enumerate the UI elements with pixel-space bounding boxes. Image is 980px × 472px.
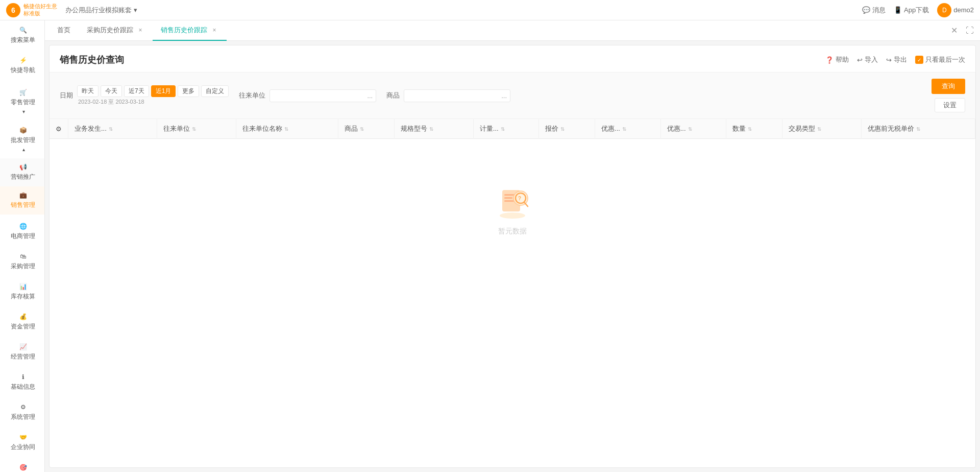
th-pre-tax-price-label: 优惠前无税单价: [868, 124, 914, 133]
wholesale-icon: 📦: [19, 127, 27, 134]
th-discount1-label: 优惠...: [601, 124, 620, 133]
product-input-dots[interactable]: ...: [498, 90, 510, 102]
avatar: D: [937, 3, 951, 17]
sidebar-item-label: 经营管理: [11, 352, 35, 361]
sidebar-item-finance[interactable]: 💰 资金管理: [0, 307, 44, 337]
sort-icon: ⇅: [284, 126, 288, 132]
tab-purchase-label: 采购历史价跟踪: [87, 26, 133, 35]
tab-purchase-close[interactable]: ×: [136, 26, 144, 34]
query-button[interactable]: 查询: [932, 79, 965, 94]
th-quantity[interactable]: 数量⇅: [726, 119, 782, 139]
page-header-actions: ❓ 帮助 ↩ 导入 ↪ 导出 ✓ 只看最后一次: [825, 55, 965, 64]
app-icon: 📱: [894, 6, 902, 14]
sidebar-item-enterprise[interactable]: 🤝 企业协同: [0, 428, 44, 458]
sort-icon: ⇅: [192, 126, 196, 132]
message-icon: 💬: [862, 6, 870, 14]
workspace-selector[interactable]: 办公用品行业模拟账套 ▾: [61, 4, 141, 17]
sidebar-item-operations[interactable]: 📈 经营管理: [0, 337, 44, 367]
sidebar-item-label: 采购管理: [11, 262, 35, 271]
retail-icon: 🛒: [19, 89, 27, 96]
page-content: 销售历史价查询 ❓ 帮助 ↩ 导入 ↪ 导出 ✓: [49, 45, 976, 468]
tab-sales-label: 销售历史价跟踪: [161, 26, 207, 35]
sidebar-item-shortcuts[interactable]: ⚡ 快捷导航: [0, 51, 44, 81]
th-spec[interactable]: 规格型号⇅: [394, 119, 473, 139]
settings-icon: ⚙: [56, 125, 62, 133]
th-partner-name[interactable]: 往来单位名称⇅: [236, 119, 338, 139]
top-bar: 6 畅捷信好生意 标准版 办公用品行业模拟账套 ▾ 💬 消息 📱 App下载 D…: [0, 0, 980, 20]
export-action[interactable]: ↪ 导出: [886, 55, 907, 64]
th-biz-date[interactable]: 业务发生...⇅: [68, 119, 157, 139]
th-partner-code-label: 往来单位: [163, 124, 190, 133]
sort-icon: ⇅: [501, 126, 505, 132]
sidebar-item-purchase[interactable]: 🛍 采购管理: [0, 247, 44, 277]
help-action[interactable]: ❓ 帮助: [825, 55, 849, 64]
tab-purchase-history[interactable]: 采购历史价跟踪 ×: [79, 20, 153, 41]
tab-sales-close[interactable]: ×: [210, 26, 218, 34]
th-unit[interactable]: 计量...⇅: [473, 119, 539, 139]
th-discount1[interactable]: 优惠...⇅: [595, 119, 661, 139]
sidebar-item-search[interactable]: 🔍 搜索菜单: [0, 20, 44, 51]
empty-state: ? 暂元数据: [50, 139, 975, 277]
lightning-icon: ⚡: [19, 57, 27, 64]
chevron-icon: ▾: [22, 109, 25, 114]
date-btn-today[interactable]: 今天: [101, 85, 122, 97]
date-btn-custom[interactable]: 自定义: [201, 85, 229, 97]
only-last-checkbox[interactable]: ✓ 只看最后一次: [915, 55, 965, 64]
th-quote[interactable]: 报价⇅: [539, 119, 595, 139]
sidebar-item-marketing[interactable]: 📢 营销推广: [0, 158, 44, 186]
tab-sales-history[interactable]: 销售历史价跟踪 ×: [153, 20, 227, 41]
th-partner-code[interactable]: 往来单位⇅: [157, 119, 236, 139]
sort-icon: ⇅: [360, 126, 364, 132]
sidebar-item-wholesale[interactable]: 📦 批发管理 ▴: [0, 121, 44, 158]
gear-icon: ⚙: [20, 404, 26, 411]
message-label: 消息: [872, 6, 886, 15]
basics-icon: ℹ: [22, 373, 24, 381]
th-settings[interactable]: ⚙: [50, 119, 68, 139]
th-pre-tax-price[interactable]: 优惠前无税单价⇅: [861, 119, 975, 139]
user-area[interactable]: D demo2: [937, 3, 974, 17]
sidebar-item-sales[interactable]: 💼 销售管理: [0, 186, 44, 215]
tab-home[interactable]: 首页: [49, 20, 79, 41]
message-action[interactable]: 💬 消息: [862, 6, 886, 15]
main-layout: 🔍 搜索菜单 ⚡ 快捷导航 🛒 零售管理 ▾ 📦 批发管理 ▴ 📢 营销推广 💼…: [0, 20, 980, 472]
sidebar-item-label: 库存核算: [11, 292, 35, 301]
sidebar-item-label: 电商管理: [11, 232, 35, 241]
sidebar-item-ecommerce[interactable]: 🌐 电商管理: [0, 217, 44, 247]
sidebar-item-system[interactable]: ⚙ 系统管理: [0, 397, 44, 428]
th-trade-type[interactable]: 交易类型⇅: [782, 119, 862, 139]
guide-icon: 🎯: [19, 464, 27, 471]
empty-state-icon: ?: [492, 180, 533, 221]
date-btn-more[interactable]: 更多: [178, 85, 199, 97]
app-download-action[interactable]: 📱 App下载: [894, 6, 929, 15]
th-product[interactable]: 商品⇅: [338, 119, 395, 139]
sidebar-item-label: 系统管理: [11, 413, 35, 421]
date-btn-1month[interactable]: 近1月: [151, 85, 176, 97]
import-action[interactable]: ↩ 导入: [857, 55, 878, 64]
logo-icon: 6: [6, 3, 20, 17]
product-input[interactable]: [404, 90, 498, 102]
content-area: 首页 采购历史价跟踪 × 销售历史价跟踪 × ✕ ⛶ 销售历史价查询: [45, 20, 980, 472]
sidebar-item-inventory[interactable]: 📊 库存核算: [0, 277, 44, 307]
tab-bar-right: ✕ ⛶: [949, 23, 976, 37]
date-btn-yesterday[interactable]: 昨天: [77, 85, 99, 97]
th-partner-name-label: 往来单位名称: [242, 124, 282, 133]
product-filter-group: 商品 ...: [386, 89, 510, 102]
sidebar-item-label: 搜索菜单: [11, 36, 35, 44]
table-container: ⚙ 业务发生...⇅ 往来单位⇅ 往来单位名称⇅: [50, 119, 975, 277]
partner-input[interactable]: [270, 90, 364, 102]
th-discount2[interactable]: 优惠...⇅: [660, 119, 726, 139]
settings-button[interactable]: 设置: [935, 98, 965, 112]
top-bar-right: 💬 消息 📱 App下载 D demo2: [862, 3, 974, 17]
sidebar-item-basics[interactable]: ℹ 基础信息: [0, 367, 44, 397]
sort-icon: ⇅: [748, 126, 752, 132]
sidebar-item-label: 零售管理: [11, 98, 35, 107]
svg-text:?: ?: [518, 196, 521, 201]
finance-icon: 💰: [19, 313, 27, 320]
date-btn-7days[interactable]: 近7天: [124, 85, 149, 97]
chevron-down-icon: ▾: [134, 6, 137, 14]
sidebar-item-retail[interactable]: 🛒 零售管理 ▾: [0, 83, 44, 121]
sidebar-item-guide[interactable]: 🎯 新手引导: [0, 458, 44, 472]
tab-maximize-icon[interactable]: ⛶: [964, 24, 976, 37]
tab-close-all-icon[interactable]: ✕: [949, 23, 960, 37]
partner-input-dots[interactable]: ...: [364, 90, 376, 102]
